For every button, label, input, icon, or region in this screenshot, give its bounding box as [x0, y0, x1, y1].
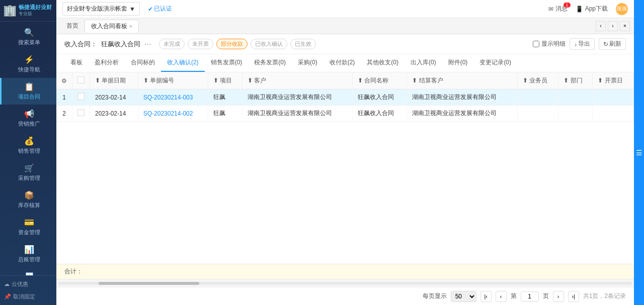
- pin-icon: 📌: [4, 293, 11, 300]
- topbar: 好业财专业版演示帐套 ▼ ✔ 已认证 ✉ 1 消息 📱 App下载 珠珠: [56, 0, 634, 18]
- table-head: ⚙ ⬆ 单据日期 ⬆ 单据编号 ⬆ 项目 ⬆ 客户 ⬆ 合同名称 ⬆ 结算客户 …: [56, 72, 634, 89]
- tab-next-button[interactable]: ›: [608, 21, 618, 31]
- th-project[interactable]: ⬆ 项目: [208, 72, 242, 89]
- page-unit: 页: [543, 292, 549, 300]
- sidebar-bottom-cloud[interactable]: ☁ 云优惠: [0, 278, 56, 290]
- sidebar-label-4: 销售管理: [18, 147, 40, 155]
- page-first-button[interactable]: |‹: [480, 291, 492, 302]
- table-row[interactable]: 2 2023-02-14 SQ-20230214-002 狂飙 湖南卫视商业运营…: [56, 106, 634, 122]
- th-date[interactable]: ⬆ 单据日期: [90, 72, 138, 89]
- sidebar-item-9[interactable]: 🧾发票管理: [0, 268, 56, 275]
- sidebar-item-7[interactable]: 💳资金管理: [0, 214, 56, 240]
- app-download-button[interactable]: 📱 App下载: [576, 5, 608, 13]
- scroll-track[interactable]: [58, 282, 632, 285]
- sidebar-icon-9: 🧾: [24, 272, 34, 275]
- sidebar-icon-2: 📋: [24, 82, 34, 91]
- row-num-1: 2: [56, 106, 72, 122]
- row-number-link-0[interactable]: SQ-20230214-003: [143, 94, 193, 101]
- table-container[interactable]: ⚙ ⬆ 单据日期 ⬆ 单据编号 ⬆ 项目 ⬆ 客户 ⬆ 合同名称 ⬆ 结算客户 …: [56, 72, 634, 264]
- row-contract-name-1: 狂飙收入合同: [353, 106, 407, 122]
- sub-tab-9[interactable]: 出入库(0): [405, 54, 442, 72]
- sidebar-label-3: 营销推广: [18, 120, 40, 128]
- sidebar-item-0[interactable]: 🔍搜索菜单: [0, 24, 56, 50]
- row-checkbox-1[interactable]: [72, 106, 90, 122]
- th-customer[interactable]: ⬆ 客户: [242, 72, 353, 89]
- status-effective[interactable]: 已生效: [290, 39, 316, 49]
- contract-more-button[interactable]: ···: [144, 40, 151, 49]
- show-detail-checkbox-label[interactable]: 显示明细: [533, 40, 566, 48]
- sidebar-logo: 🏢 畅捷通好业财 专业版: [0, 0, 56, 22]
- status-uninvoiced[interactable]: 未开票: [188, 39, 213, 49]
- status-partial[interactable]: 部分收款: [216, 39, 248, 49]
- sub-tab-3[interactable]: 收入确认(2): [161, 54, 205, 72]
- page-content: 收入合同： 狂飙收入合同 ··· 未完成 未开票 部分收款 已收入确认 已生效 …: [56, 34, 634, 305]
- sidebar-item-4[interactable]: 💰销售管理: [0, 132, 56, 159]
- sub-tab-7[interactable]: 收付款(2): [324, 54, 361, 72]
- row-customer-1: 湖南卫视商业运营发展有限公司: [242, 106, 353, 122]
- sidebar: 🏢 畅捷通好业财 专业版 🔍搜索菜单⚡快捷导航📋项目合同📢营销推广💰销售管理🛒采…: [0, 0, 56, 305]
- sub-tab-2[interactable]: 合同标的: [125, 54, 161, 72]
- check-icon: ✔: [148, 6, 153, 13]
- tab-home[interactable]: 首页: [60, 20, 85, 32]
- table-row[interactable]: 1 2023-02-14 SQ-20230214-003 狂飙 湖南卫视商业运营…: [56, 89, 634, 106]
- refresh-icon: ↻: [603, 41, 608, 48]
- sub-tab-11[interactable]: 变更记录(0): [473, 54, 517, 72]
- th-contract-name[interactable]: ⬆ 合同名称: [353, 72, 407, 89]
- right-panel-icon[interactable]: ☰: [636, 149, 642, 157]
- sidebar-icon-7: 💳: [24, 218, 34, 227]
- sidebar-item-2[interactable]: 📋项目合同: [0, 78, 56, 105]
- message-button[interactable]: ✉ 1 消息: [548, 5, 568, 13]
- th-number[interactable]: ⬆ 单据编号: [138, 72, 208, 89]
- tab-close-all-button[interactable]: ×: [620, 21, 630, 31]
- sidebar-item-6[interactable]: 📦库存核算: [0, 186, 56, 213]
- sub-tab-10[interactable]: 附件(0): [442, 54, 474, 72]
- horizontal-scrollbar[interactable]: [56, 279, 634, 287]
- page-input[interactable]: [521, 291, 539, 301]
- sub-tab-1[interactable]: 盈利分析: [89, 54, 125, 72]
- sidebar-item-1[interactable]: ⚡快捷导航: [0, 51, 56, 77]
- user-avatar[interactable]: 珠珠: [616, 3, 628, 15]
- sidebar-item-3[interactable]: 📢营销推广: [0, 105, 56, 132]
- tab-contract-board[interactable]: 收入合同看板 ×: [85, 20, 139, 33]
- tab-close-icon[interactable]: ×: [129, 24, 132, 29]
- th-settings[interactable]: ⚙: [56, 72, 72, 89]
- logo-sub: 专业版: [19, 11, 52, 17]
- scroll-thumb[interactable]: [99, 282, 199, 285]
- th-salesperson[interactable]: ⬆ 业务员: [517, 72, 558, 89]
- sidebar-icon-6: 📦: [24, 190, 34, 200]
- page-last-button[interactable]: ›|: [568, 291, 579, 302]
- page-next-button[interactable]: ›: [553, 291, 564, 302]
- status-confirmed[interactable]: 已收入确认: [251, 39, 287, 49]
- sidebar-label-0: 搜索菜单: [18, 39, 40, 46]
- sub-tab-4[interactable]: 销售发票(0): [205, 54, 249, 72]
- contract-title-prefix: 收入合同：: [64, 40, 97, 49]
- row-number-1: SQ-20230214-002: [138, 106, 208, 122]
- sub-tab-0[interactable]: 看板: [64, 54, 89, 72]
- sub-tab-5[interactable]: 税务发票(0): [248, 54, 292, 72]
- th-department[interactable]: ⬆ 部门: [558, 72, 593, 89]
- sidebar-icon-0: 🔍: [24, 28, 34, 37]
- tab-prev-button[interactable]: ‹: [596, 21, 606, 31]
- sub-tab-6[interactable]: 采购(0): [292, 54, 324, 72]
- sidebar-item-8[interactable]: 📊总账管理: [0, 241, 56, 267]
- sidebar-bottom-unpin-label: 取消固定: [13, 293, 35, 300]
- page-size-select[interactable]: 20 50 100: [451, 291, 476, 302]
- status-incomplete[interactable]: 未完成: [159, 39, 185, 49]
- th-checkbox[interactable]: [72, 72, 90, 89]
- sidebar-item-5[interactable]: 🛒采购管理: [0, 159, 56, 186]
- row-project-1: 狂飙: [208, 106, 242, 122]
- row-project-0: 狂飙: [208, 89, 242, 106]
- export-button[interactable]: ↓ 导出: [570, 38, 595, 50]
- page-prev-button[interactable]: ‹: [496, 291, 507, 302]
- company-selector[interactable]: 好业财专业版演示帐套 ▼: [62, 2, 140, 16]
- row-checkbox-0[interactable]: [72, 89, 90, 106]
- row-open-date-1: [593, 106, 634, 122]
- th-result-customer[interactable]: ⬆ 结算客户: [407, 72, 518, 89]
- show-detail-checkbox[interactable]: [533, 41, 539, 47]
- th-open-date[interactable]: ⬆ 开票日: [593, 72, 634, 89]
- sub-tab-8[interactable]: 其他收支(0): [361, 54, 405, 72]
- refresh-button[interactable]: ↻ 刷新: [599, 38, 626, 50]
- sidebar-bottom-unpin[interactable]: 📌 取消固定: [0, 290, 56, 303]
- row-number-link-1[interactable]: SQ-20230214-002: [143, 110, 193, 117]
- verified-badge: ✔ 已认证: [148, 5, 172, 13]
